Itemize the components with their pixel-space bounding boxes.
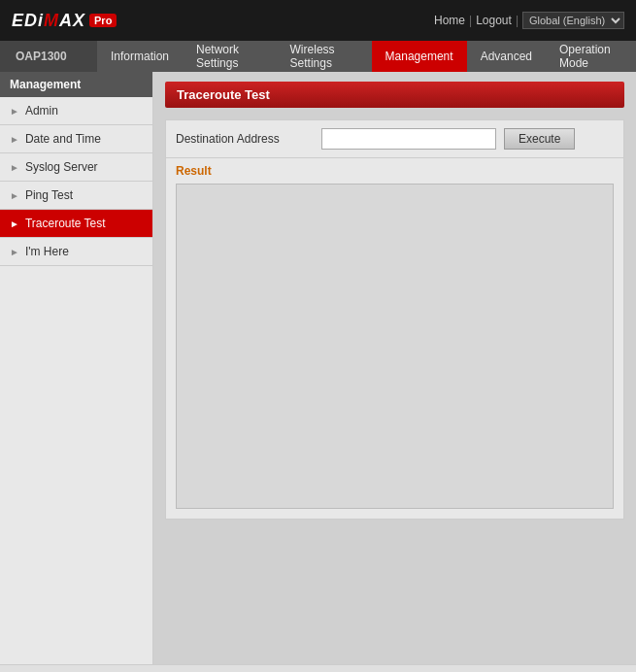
content-area: Traceroute Test Destination Address Exec… [153,72,636,664]
logo-edimax: EDiMAX [12,11,85,31]
nav-item-wireless[interactable]: Wireless Settings [277,41,372,72]
nav-items: Information Network Settings Wireless Se… [97,41,636,72]
form-row: Destination Address Execute [166,120,623,158]
sidebar-item-traceroute[interactable]: ► Traceroute Test [0,210,152,238]
form-area: Destination Address Execute Result [165,119,624,520]
sidebar-item-admin[interactable]: ► Admin [0,97,152,125]
footer: Copyright 2017 © EDIMAX Technology Co., … [0,664,636,672]
result-box [176,184,614,509]
sidebar-link-imhere[interactable]: ► I'm Here [0,238,152,265]
execute-button[interactable]: Execute [504,128,575,150]
nav-item-operation[interactable]: Operation Mode [546,41,636,72]
header-links: Home | Logout | Global (English) [434,12,624,29]
sidebar-link-admin[interactable]: ► Admin [0,97,152,124]
sidebar-link-ping[interactable]: ► Ping Test [0,182,152,209]
result-label: Result [166,158,623,184]
main: Management ► Admin ► Date and Time ► Sys… [0,72,636,664]
chevron-right-icon: ► [10,247,19,257]
sidebar-link-datetime[interactable]: ► Date and Time [0,125,152,152]
page-title: Traceroute Test [165,82,624,108]
logo-pro: Pro [89,14,117,27]
chevron-right-icon: ► [10,134,19,145]
sidebar-link-syslog[interactable]: ► Syslog Server [0,153,152,181]
sidebar-label-ping: Ping Test [25,188,73,202]
logo: EDiMAX Pro [12,11,117,31]
sidebar: Management ► Admin ► Date and Time ► Sys… [0,72,153,664]
nav-item-network[interactable]: Network Settings [183,41,277,72]
sidebar-item-ping[interactable]: ► Ping Test [0,182,152,210]
sidebar-item-syslog[interactable]: ► Syslog Server [0,153,152,182]
sidebar-label-traceroute: Traceroute Test [25,217,106,230]
sidebar-label-imhere: I'm Here [25,245,69,258]
sep2: | [516,14,519,27]
language-select[interactable]: Global (English) [522,12,624,29]
chevron-right-icon: ► [10,190,19,201]
sidebar-label-syslog: Syslog Server [25,160,98,174]
chevron-right-icon: ► [10,106,19,117]
sidebar-link-traceroute[interactable]: ► Traceroute Test [0,210,152,237]
nav-item-advanced[interactable]: Advanced [467,41,546,72]
nav-item-management[interactable]: Management [372,41,467,72]
sidebar-label-admin: Admin [25,104,58,118]
navbar: OAP1300 Information Network Settings Wir… [0,41,636,72]
home-link[interactable]: Home [434,14,465,27]
sep1: | [469,14,472,27]
destination-input[interactable] [321,128,496,150]
nav-item-information[interactable]: Information [97,41,183,72]
chevron-right-icon: ► [10,218,19,229]
sidebar-label-datetime: Date and Time [25,132,101,146]
chevron-right-icon: ► [10,162,19,173]
sidebar-item-imhere[interactable]: ► I'm Here [0,238,152,266]
header: EDiMAX Pro Home | Logout | Global (Engli… [0,0,636,41]
destination-label: Destination Address [176,132,321,146]
device-label: OAP1300 [0,41,97,72]
sidebar-title: Management [0,72,152,97]
sidebar-item-datetime[interactable]: ► Date and Time [0,125,152,153]
logout-link[interactable]: Logout [476,14,512,27]
